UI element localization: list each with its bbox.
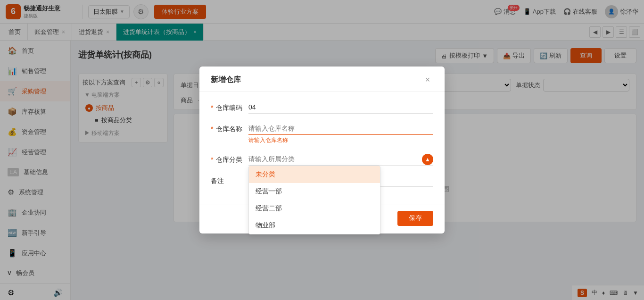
dropdown-item-dept2[interactable]: 经营二部: [249, 200, 380, 217]
modal-close-btn[interactable]: ×: [422, 74, 433, 85]
notes-label: 备注: [211, 174, 248, 185]
form-row-category: * 仓库分类 ▲ 未分类 经营一部 经营二部 物业部: [211, 153, 433, 166]
code-field: [248, 101, 433, 114]
category-select-wrapper: ▲: [248, 153, 433, 166]
code-input[interactable]: [248, 101, 433, 114]
name-input[interactable]: [248, 122, 433, 135]
dropdown-item-property[interactable]: 物业部: [249, 217, 380, 234]
modal-overlay: 新增仓库 × * 仓库编码 * 仓库名称: [0, 0, 644, 300]
modal-header: 新增仓库 ×: [199, 67, 445, 92]
save-btn[interactable]: 保存: [397, 211, 433, 226]
dropdown-item-uncategorized[interactable]: 未分类: [249, 166, 380, 183]
name-label: * 仓库名称: [211, 122, 248, 133]
modal-body: * 仓库编码 * 仓库名称 请输入仓库名称: [199, 92, 445, 205]
category-label: * 仓库分类: [211, 153, 248, 164]
category-field: ▲ 未分类 经营一部 经营二部 物业部: [248, 153, 433, 166]
category-input[interactable]: [248, 153, 433, 166]
name-error-msg: 请输入仓库名称: [248, 136, 433, 144]
dropdown-item-dept1[interactable]: 经营一部: [249, 183, 380, 200]
name-field: 请输入仓库名称: [248, 122, 433, 144]
form-row-name: * 仓库名称 请输入仓库名称: [211, 122, 433, 144]
category-dropdown-arrow[interactable]: ▲: [422, 154, 433, 165]
form-row-code: * 仓库编码: [211, 101, 433, 114]
add-warehouse-modal: 新增仓库 × * 仓库编码 * 仓库名称: [199, 67, 445, 233]
category-dropdown: 未分类 经营一部 经营二部 物业部: [248, 166, 380, 234]
modal-title: 新增仓库: [211, 75, 241, 85]
code-label: * 仓库编码: [211, 101, 248, 112]
